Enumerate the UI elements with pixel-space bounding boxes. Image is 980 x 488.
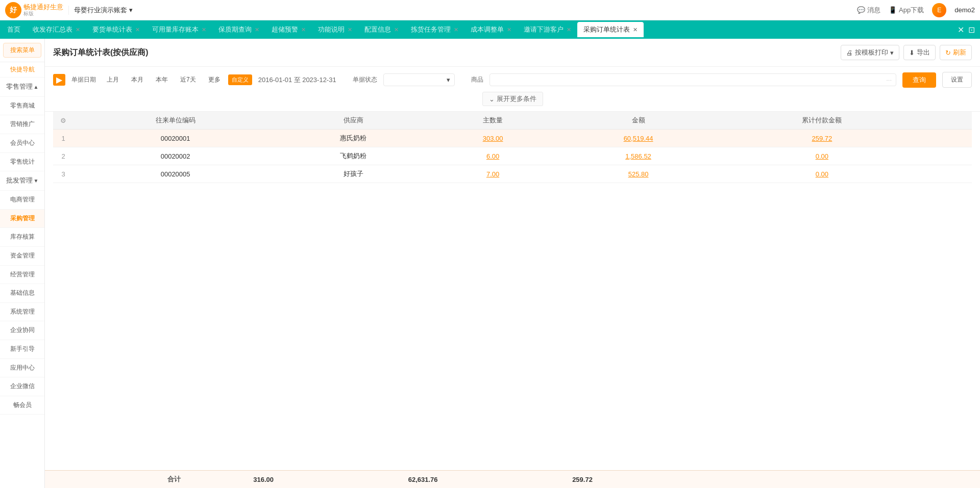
product-input[interactable]: ··· [489,73,896,86]
search-menu-button[interactable]: 搜索菜单 [3,43,41,58]
tab-order-stats[interactable]: 要货单统计表 ✕ [86,22,146,37]
status-select[interactable]: ▾ [383,73,455,86]
cell-code: 00020001 [74,130,277,147]
filter-collapse-icon[interactable]: ▶ [53,74,65,86]
th-amount: 金额 [556,112,720,130]
sidebar-item-retail-store[interactable]: 零售商城 [0,97,44,116]
date-filter-label: 单据日期 [71,75,96,84]
tab-home[interactable]: 首页 [1,22,27,37]
date-chip-7days[interactable]: 近7天 [176,74,201,86]
tab-close-icon[interactable]: ✕ [301,27,306,33]
page-actions: 🖨 按模板打印 ▾ ⬇ 导出 ↻ 刷新 [841,45,972,60]
cell-empty [924,165,972,183]
export-button[interactable]: ⬇ 导出 [903,45,936,60]
cell-qty[interactable]: 303.00 [429,130,557,147]
table-row[interactable]: 3 00020005 好孩子 7.00 525.80 0.00 [53,165,972,183]
tab-function-desc[interactable]: 功能说明 ✕ [312,22,358,37]
tab-close-icon[interactable]: ✕ [348,27,352,33]
tab-config-info[interactable]: 配置信息 ✕ [358,22,405,37]
tab-close-icon[interactable]: ✕ [202,27,206,33]
sidebar-item-enterprise-collab[interactable]: 企业协同 [0,321,44,340]
cell-paid[interactable]: 0.00 [720,147,924,165]
sidebar-item-purchase-mgmt[interactable]: 采购管理 [0,210,44,228]
tab-pick-task[interactable]: 拣货任务管理 ✕ [405,22,464,37]
maximize-button[interactable]: ⊡ [968,25,975,35]
footer-qty: 316.00 [187,476,340,483]
tab-cost-adjust[interactable]: 成本调整单 ✕ [464,22,518,37]
date-chip-more[interactable]: 更多 [204,74,225,86]
app-download-button[interactable]: 📱 App下载 [889,6,924,15]
expand-more-button[interactable]: ⌄ 展开更多条件 [482,92,543,106]
tab-close-icon[interactable]: ✕ [135,27,140,33]
cell-supplier: 飞鹤奶粉 [277,147,429,165]
table-row[interactable]: 1 00020001 惠氏奶粉 303.00 60,519.44 259.72 [53,130,972,147]
tab-receive-send[interactable]: 收发存汇总表 ✕ [27,22,86,37]
sidebar-item-retail-stats[interactable]: 零售统计 [0,153,44,172]
tab-close-icon[interactable]: ✕ [394,27,399,33]
table-row[interactable]: 2 00020002 飞鹤奶粉 6.00 1,586.52 0.00 [53,147,972,165]
cell-amount[interactable]: 525.80 [556,165,720,183]
th-qty: 主数量 [429,112,557,130]
refresh-button[interactable]: ↻ 刷新 [940,45,972,60]
content-area: 采购订单统计表(按供应商) 🖨 按模板打印 ▾ ⬇ 导出 ↻ 刷新 [45,39,980,488]
tab-invite-downstream[interactable]: 邀请下游客户 ✕ [518,22,577,37]
sidebar-item-app-center[interactable]: 应用中心 [0,359,44,378]
sidebar-item-retail-mgmt[interactable]: 零售管理 ▲ [0,78,44,97]
message-button[interactable]: 💬 消息 [857,6,880,15]
date-chip-last-month[interactable]: 上月 [102,74,124,86]
data-table: ⚙ 往来单位编码 供应商 主数量 金额 累计付款金额 1 00020001 [53,112,972,183]
tab-close-icon[interactable]: ✕ [255,27,259,33]
tab-close-icon[interactable]: ✕ [507,27,511,33]
filter-area: ▶ 单据日期 上月 本月 本年 近7天 更多 自定义 2016-01-01 至 … [45,67,980,112]
sidebar-item-member-center[interactable]: 会员中心 [0,134,44,153]
sidebar-item-system-mgmt[interactable]: 系统管理 [0,303,44,322]
sidebar-item-marketing[interactable]: 营销推广 [0,115,44,134]
cell-amount[interactable]: 60,519.44 [556,130,720,147]
sidebar-item-operations[interactable]: 经营管理 [0,266,44,285]
th-settings[interactable]: ⚙ [53,112,74,130]
tab-overstock[interactable]: 超储预警 ✕ [265,22,312,37]
cell-amount[interactable]: 1,586.52 [556,147,720,165]
refresh-icon: ↻ [945,49,951,57]
logo-text: 畅捷通好生意 标版 [23,3,63,17]
sidebar-item-member[interactable]: 畅会员 [0,396,44,415]
date-chip-this-month[interactable]: 本月 [127,74,148,86]
date-chip-custom[interactable]: 自定义 [228,74,252,85]
table-header: ⚙ 往来单位编码 供应商 主数量 金额 累计付款金额 [53,112,972,130]
message-icon: 💬 [857,6,865,14]
cell-qty[interactable]: 7.00 [429,165,557,183]
user-name[interactable]: demo2 [954,6,975,14]
tab-available-stock[interactable]: 可用量库存账本 ✕ [146,22,212,37]
cell-paid[interactable]: 259.72 [720,130,924,147]
top-right-actions: 💬 消息 📱 App下载 E demo2 [857,3,975,17]
sidebar-item-finance[interactable]: 资金管理 [0,247,44,266]
page-header: 采购订单统计表(按供应商) 🖨 按模板打印 ▾ ⬇ 导出 ↻ 刷新 [45,39,980,67]
sidebar-search-area: 搜索菜单 [0,39,44,62]
cell-paid[interactable]: 0.00 [720,165,924,183]
sidebar-item-enterprise-wechat[interactable]: 企业微信 [0,377,44,396]
chevron-down-icon: ▾ [447,76,450,84]
sidebar-item-wholesale-mgmt[interactable]: 批发管理 ▼ [0,171,44,191]
cell-qty[interactable]: 6.00 [429,147,557,165]
cell-empty [924,147,972,165]
quick-nav-button[interactable]: 快捷导航 [0,62,44,78]
gear-icon: ⚙ [60,117,66,124]
workspace-selector[interactable]: 母婴行业演示账套 ▾ [68,6,133,15]
tab-close-icon[interactable]: ✕ [633,27,638,33]
template-print-button[interactable]: 🖨 按模板打印 ▾ [841,45,899,60]
sidebar-item-basic-info[interactable]: 基础信息 [0,284,44,303]
tab-close-icon[interactable]: ✕ [76,27,80,33]
sidebar-item-inventory[interactable]: 库存核算 [0,228,44,247]
date-chip-this-year[interactable]: 本年 [151,74,173,86]
close-tab-button[interactable]: ✕ [958,25,964,35]
tab-close-icon[interactable]: ✕ [454,27,458,33]
date-chips: 上月 本月 本年 近7天 更多 自定义 [102,74,252,86]
more-icon: ··· [886,76,892,84]
settings-button[interactable]: 设置 [942,72,972,88]
tab-expiry-query[interactable]: 保质期查询 ✕ [212,22,265,37]
sidebar-item-ecommerce-mgmt[interactable]: 电商管理 [0,191,44,210]
tab-close-icon[interactable]: ✕ [567,27,571,33]
query-button[interactable]: 查询 [902,72,936,88]
tab-purchase-order-stats[interactable]: 采购订单统计表 ✕ [577,22,644,37]
sidebar-item-new-guide[interactable]: 新手引导 [0,340,44,359]
